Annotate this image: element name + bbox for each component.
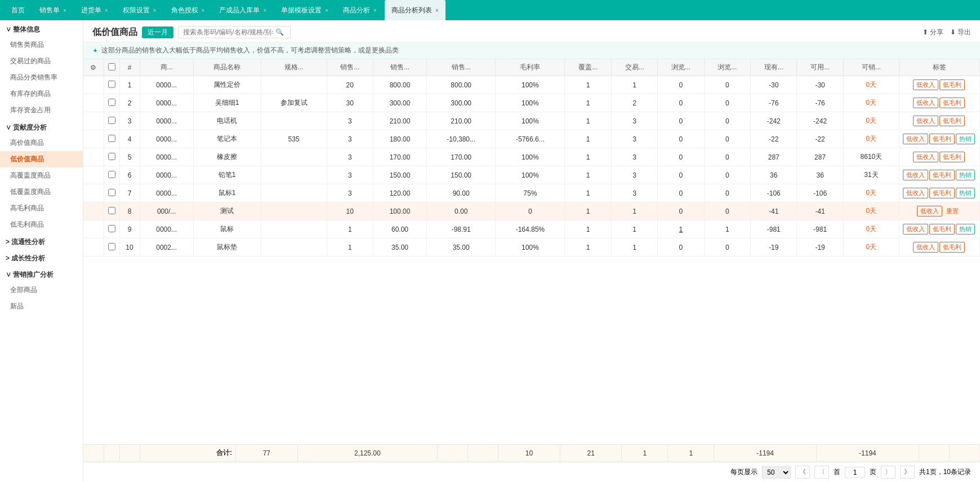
sidebar-item-high-coverage[interactable]: 高覆盖度商品 bbox=[0, 167, 83, 184]
page-number-input[interactable] bbox=[845, 467, 865, 478]
cell-name: 电话机 bbox=[193, 112, 261, 130]
sidebar-item-capital-occupation[interactable]: 库存资金占用 bbox=[0, 102, 83, 118]
sidebar-item-sales-products[interactable]: 销售类商品 bbox=[0, 37, 83, 53]
sidebar-item-new-products[interactable]: 新品 bbox=[0, 298, 83, 315]
row-checkbox[interactable] bbox=[108, 243, 115, 250]
nav-tab-analysis-list-close[interactable]: × bbox=[435, 7, 439, 14]
nav-tab-role[interactable]: 角色授权 × bbox=[164, 0, 212, 20]
nav-tab-purchase-order-close[interactable]: × bbox=[105, 7, 108, 14]
col-coverage[interactable]: 覆盖... bbox=[565, 59, 611, 76]
first-page-button[interactable]: 《 bbox=[795, 466, 810, 479]
sidebar-group-overall[interactable]: ∨ 整体信息 bbox=[0, 20, 83, 37]
time-filter-button[interactable]: 近一月 bbox=[142, 26, 173, 38]
col-settings[interactable]: ⚙ bbox=[83, 59, 104, 76]
nav-tab-purchase-order[interactable]: 进货单 × bbox=[74, 0, 115, 20]
row-checkbox[interactable] bbox=[108, 225, 115, 232]
col-trade[interactable]: 交易... bbox=[611, 59, 657, 76]
sidebar-group-marketing[interactable]: ∨ 营销推广分析 bbox=[0, 266, 83, 282]
col-checkbox[interactable] bbox=[104, 59, 119, 76]
col-sales-qty[interactable]: 销售... bbox=[327, 59, 373, 76]
sidebar-group-contribution[interactable]: ∨ 贡献度分析 bbox=[0, 118, 83, 135]
cell-checkbox[interactable] bbox=[104, 184, 119, 202]
col-sales-amt[interactable]: 销售... bbox=[373, 59, 426, 76]
sidebar-item-low-profit[interactable]: 低毛利商品 bbox=[0, 216, 83, 233]
row-checkbox[interactable] bbox=[108, 171, 115, 178]
per-page-select[interactable]: 50 100 200 bbox=[762, 466, 791, 479]
cell-checkbox[interactable] bbox=[104, 220, 119, 238]
nav-tab-sales-order-close[interactable]: × bbox=[63, 7, 66, 14]
nav-tab-analysis-list[interactable]: 商品分析列表 × bbox=[385, 0, 446, 20]
last-page-button[interactable]: 》 bbox=[900, 466, 915, 479]
share-button[interactable]: ⬆ 分享 bbox=[923, 28, 943, 37]
col-pv1[interactable]: 浏览... bbox=[658, 59, 704, 76]
next-page-button[interactable]: 〉 bbox=[881, 466, 896, 479]
tag-低毛利: 低毛利 bbox=[939, 79, 965, 90]
col-gross-rate[interactable]: 毛利率 bbox=[496, 59, 565, 76]
nav-tab-product-in[interactable]: 产成品入库单 × bbox=[212, 0, 273, 20]
sidebar-group-growth[interactable]: > 成长性分析 bbox=[0, 249, 83, 266]
nav-tab-sales-order[interactable]: 销售单 × bbox=[33, 0, 73, 20]
cell-checkbox[interactable] bbox=[104, 94, 119, 112]
col-avail[interactable]: 可用... bbox=[797, 59, 843, 76]
pv1-value: 0 bbox=[679, 135, 683, 143]
table-row: 9 0000... 鼠标 1 60.00 -98.91 -164.85% 1 1… bbox=[83, 220, 980, 238]
col-sales-price[interactable]: 销售... bbox=[427, 59, 496, 76]
cell-checkbox[interactable] bbox=[104, 202, 119, 220]
col-days[interactable]: 可销... bbox=[843, 59, 899, 76]
search-icon[interactable]: 🔍 bbox=[275, 28, 284, 36]
cell-pv2: 0 bbox=[704, 238, 750, 257]
row-checkbox[interactable] bbox=[108, 207, 115, 214]
sidebar-item-traded-products[interactable]: 交易过的商品 bbox=[0, 53, 83, 69]
row-checkbox[interactable] bbox=[108, 81, 115, 88]
nav-tab-permission-close[interactable]: × bbox=[153, 7, 157, 14]
cell-spec bbox=[261, 238, 327, 257]
cell-spec bbox=[261, 148, 327, 166]
select-all-checkbox[interactable] bbox=[108, 63, 115, 70]
cell-coverage: 1 bbox=[565, 220, 611, 238]
cell-checkbox[interactable] bbox=[104, 112, 119, 130]
sidebar-group-circulation[interactable]: > 流通性分析 bbox=[0, 233, 83, 249]
sidebar-item-low-coverage[interactable]: 低覆盖度商品 bbox=[0, 184, 83, 200]
sidebar-item-all-products[interactable]: 全部商品 bbox=[0, 282, 83, 298]
sidebar-item-stock-products[interactable]: 有库存的商品 bbox=[0, 86, 83, 102]
row-checkbox[interactable] bbox=[108, 135, 115, 142]
cell-stock: 36 bbox=[751, 166, 797, 184]
cell-name: 橡皮擦 bbox=[193, 148, 261, 166]
table-row: 5 0000... 橡皮擦 3 170.00 170.00 100% 1 3 0… bbox=[83, 148, 980, 166]
cell-checkbox[interactable] bbox=[104, 130, 119, 148]
sidebar-item-high-profit[interactable]: 高毛利商品 bbox=[0, 200, 83, 216]
table-container[interactable]: ⚙ # 商... 商品名称 规格... 销售... 销售... 销售... 毛利… bbox=[83, 59, 980, 444]
row-checkbox[interactable] bbox=[108, 99, 115, 106]
row-checkbox[interactable] bbox=[108, 153, 115, 160]
row-checkbox[interactable] bbox=[108, 117, 115, 124]
col-name[interactable]: 商品名称 bbox=[193, 59, 261, 76]
nav-tab-product-in-close[interactable]: × bbox=[263, 7, 266, 14]
cell-pv1[interactable]: 1 bbox=[658, 220, 704, 238]
cell-checkbox[interactable] bbox=[104, 76, 119, 94]
col-code[interactable]: 商... bbox=[140, 59, 193, 76]
cell-checkbox[interactable] bbox=[104, 238, 119, 257]
sidebar-item-high-value[interactable]: 高价值商品 bbox=[0, 135, 83, 151]
col-stock[interactable]: 现有... bbox=[751, 59, 797, 76]
cell-settings bbox=[83, 112, 104, 130]
row-checkbox[interactable] bbox=[108, 189, 115, 196]
nav-home[interactable]: 首页 bbox=[5, 0, 32, 20]
total-avail: -1194 bbox=[817, 445, 919, 462]
nav-tab-template-close[interactable]: × bbox=[325, 7, 328, 14]
sidebar-item-low-value[interactable]: 低价值商品 bbox=[0, 151, 83, 167]
tag-低收入: 低收入 bbox=[903, 224, 928, 235]
nav-tab-product-analysis[interactable]: 商品分析 × bbox=[336, 0, 384, 20]
nav-tab-permission[interactable]: 权限设置 × bbox=[116, 0, 163, 20]
col-spec[interactable]: 规格... bbox=[261, 59, 327, 76]
prev-page-button[interactable]: 〈 bbox=[814, 466, 829, 479]
export-button[interactable]: ⬇ 导出 bbox=[950, 28, 971, 37]
sidebar-item-category-sales-rate[interactable]: 商品分类销售率 bbox=[0, 69, 83, 86]
nav-tab-role-close[interactable]: × bbox=[202, 7, 205, 14]
cell-checkbox[interactable] bbox=[104, 166, 119, 184]
nav-tab-template[interactable]: 单据模板设置 × bbox=[274, 0, 335, 20]
cell-checkbox[interactable] bbox=[104, 148, 119, 166]
col-pv2[interactable]: 浏览... bbox=[704, 59, 750, 76]
nav-tab-product-analysis-close[interactable]: × bbox=[373, 7, 377, 14]
cell-pv2: 0 bbox=[704, 130, 750, 148]
search-input[interactable] bbox=[183, 28, 273, 36]
